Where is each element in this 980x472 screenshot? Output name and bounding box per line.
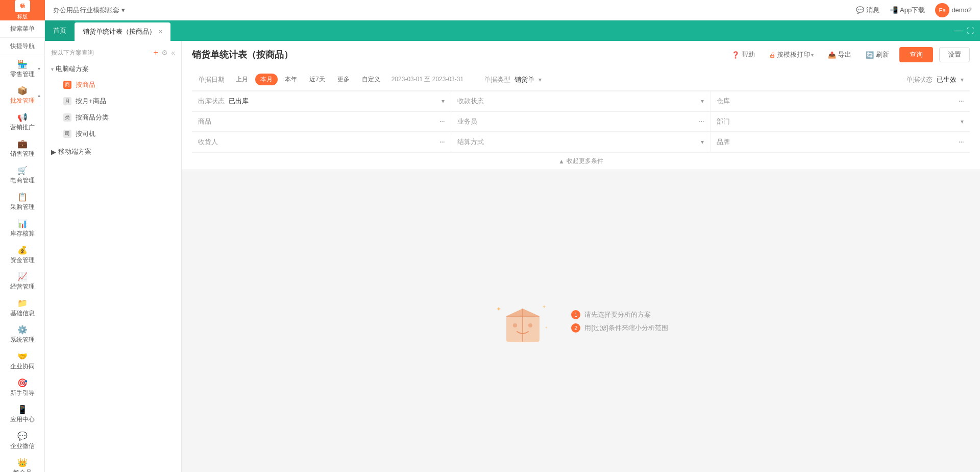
print-button[interactable]: 🖨 按模板打印 ▾	[765, 48, 818, 61]
scheme-month-product-icon: 月	[63, 97, 71, 105]
window-maximize-button[interactable]: ⛶	[967, 27, 974, 35]
pay-status-dropdown[interactable]: ▾	[701, 98, 704, 105]
settings-button[interactable]: 设置	[939, 47, 970, 62]
export-button[interactable]: 📤 导出	[824, 48, 855, 61]
avatar: Ea	[935, 3, 949, 17]
ecommerce-icon: 🛒	[17, 167, 28, 175]
help-button[interactable]: ❓ 帮助	[727, 48, 759, 61]
brand-label: 品牌	[717, 137, 742, 147]
out-status-label: 出库状态	[198, 97, 225, 106]
brand-picker[interactable]: ···	[959, 137, 964, 147]
panel-title-actions: + ⚙ «	[154, 48, 175, 57]
panel-collapse-button[interactable]: «	[171, 49, 175, 57]
wechat-icon: 💬	[17, 432, 28, 440]
sidebar-item-appcenter[interactable]: 📱 应用中心	[0, 400, 44, 427]
out-status-dropdown[interactable]: ▾	[442, 98, 445, 105]
finance-icon: 💰	[17, 246, 28, 254]
sidebar-label-system: 系统管理	[10, 336, 35, 344]
sidebar-item-wholesale[interactable]: 📦 批发管理 ▴	[0, 82, 44, 108]
date-tab-this-month[interactable]: 本月	[255, 74, 278, 85]
sidebar-item-retail[interactable]: 🏪 零售管理 ▾	[0, 55, 44, 82]
window-minimize-button[interactable]: —	[954, 26, 963, 35]
pc-group-header[interactable]: ▾ 电脑端方案	[51, 61, 175, 77]
sidebar-label-marketing: 营销推广	[10, 123, 35, 132]
type-value: 销货单	[514, 75, 534, 84]
sidebar-item-member[interactable]: 👑 畅会员	[0, 454, 44, 472]
sidebar-item-enterprise[interactable]: 🤝 企业协同	[0, 347, 44, 374]
panel-add-button[interactable]: +	[154, 48, 158, 57]
scheme-by-category[interactable]: 类 按商品分类	[51, 109, 175, 126]
sidebar-item-basic[interactable]: 📁 基础信息	[0, 294, 44, 321]
refresh-button[interactable]: 🔄 刷新	[862, 48, 893, 61]
empty-tip-1: 1 请先选择要分析的方案	[571, 310, 668, 319]
print-dropdown-arrow[interactable]: ▾	[811, 52, 814, 58]
quick-nav-label: 快捷导航	[10, 42, 35, 50]
receiver-picker[interactable]: ···	[439, 137, 445, 147]
panel-settings-button[interactable]: ⚙	[161, 49, 168, 57]
export-icon: 📤	[828, 51, 836, 59]
sidebar-item-newbie[interactable]: 🎯 新手引导	[0, 374, 44, 400]
message-action[interactable]: 💬 消息	[856, 6, 879, 15]
app-download-action[interactable]: 📲 App下载	[890, 6, 925, 15]
tab-close-button[interactable]: ×	[159, 28, 162, 35]
scheme-by-driver[interactable]: 司 按司机	[51, 126, 175, 142]
tab-home[interactable]: 首页	[45, 20, 75, 41]
sidebar-item-ecommerce[interactable]: 🛒 电商管理	[0, 161, 44, 188]
filter-cell-out-status: 出库状态 已出库 ▾	[192, 91, 451, 111]
sidebar-item-sales[interactable]: 💼 销售管理	[0, 135, 44, 161]
out-status-value: 已出库	[229, 97, 442, 106]
date-tab-custom[interactable]: 自定义	[357, 74, 385, 85]
collapse-up-icon: ▲	[558, 158, 565, 165]
wholesale-icon: 📦	[17, 87, 28, 95]
date-tab-more[interactable]: 更多	[332, 74, 355, 85]
pc-group-arrow: ▾	[51, 66, 54, 72]
staff-picker[interactable]: ···	[699, 117, 704, 126]
marketing-icon: 📢	[17, 113, 28, 122]
product-picker[interactable]: ···	[439, 117, 445, 126]
pc-group-label: 电脑端方案	[56, 64, 89, 74]
svg-text:✦: ✦	[542, 304, 546, 310]
sidebar-item-operation[interactable]: 📈 经营管理	[0, 268, 44, 294]
search-menu[interactable]: 搜索菜单	[0, 20, 44, 38]
date-tab-this-year[interactable]: 本年	[280, 74, 302, 85]
tab-active[interactable]: 销货单统计表（按商品） ×	[75, 22, 170, 41]
empty-tip-2: 2 用[过滤]条件来缩小分析范围	[571, 323, 668, 333]
newbie-icon: 🎯	[17, 379, 28, 387]
enterprise-icon: 🤝	[17, 352, 28, 361]
scheme-by-product[interactable]: 商 按商品	[51, 77, 175, 93]
sidebar-item-system[interactable]: ⚙️ 系统管理	[0, 321, 44, 347]
mobile-group-label: 移动端方案	[58, 147, 91, 156]
left-panel: 按以下方案查询 + ⚙ « ▾ 电脑端方案 商 按商品 月 按	[45, 41, 182, 472]
sidebar-item-finance[interactable]: 💰 资金管理	[0, 241, 44, 268]
industry-selector[interactable]: 办公用品行业模拟账套 ▾	[53, 6, 125, 15]
query-button[interactable]: 查询	[899, 47, 933, 62]
filter-area: 销货单统计表（按商品） ❓ 帮助 🖨 按模板打印 ▾ 📤	[182, 41, 980, 170]
product-label: 商品	[198, 117, 224, 126]
date-tab-last-month[interactable]: 上月	[231, 74, 253, 85]
sidebar-label-newbie: 新手引导	[10, 389, 35, 397]
warehouse-picker[interactable]: ···	[959, 97, 964, 106]
status-dropdown-arrow[interactable]: ▾	[961, 76, 964, 83]
user-action[interactable]: Ea demo2	[935, 3, 972, 17]
sidebar-item-wechat[interactable]: 💬 企业微信	[0, 427, 44, 454]
dept-dropdown[interactable]: ▾	[961, 118, 964, 125]
top-header: 办公用品行业模拟账套 ▾ 💬 消息 📲 App下载 Ea demo2	[45, 0, 980, 20]
payment-dropdown[interactable]: ▾	[701, 138, 704, 146]
collapse-bar[interactable]: ▲ 收起更多条件	[192, 152, 970, 170]
status-value: 已生效	[937, 75, 957, 84]
inventory-icon: 📊	[17, 220, 28, 228]
mobile-group-arrow: ▶	[51, 148, 56, 156]
scheme-by-month-product[interactable]: 月 按月+商品	[51, 93, 175, 109]
collapse-label: 收起更多条件	[567, 157, 603, 166]
date-tab-7days[interactable]: 近7天	[304, 74, 330, 85]
sidebar-item-inventory[interactable]: 📊 库存核算	[0, 215, 44, 241]
app-download-icon: 📲	[890, 6, 898, 14]
quick-nav[interactable]: 快捷导航	[0, 38, 44, 55]
type-dropdown-arrow[interactable]: ▾	[538, 76, 542, 83]
sidebar-item-marketing[interactable]: 📢 营销推广	[0, 108, 44, 135]
sidebar: 畅 标版 搜索菜单 快捷导航 🏪 零售管理 ▾ 📦 批发管理 ▴ 📢 营销推广 …	[0, 0, 45, 472]
sidebar-item-purchase[interactable]: 📋 采购管理	[0, 188, 44, 215]
content-area: 按以下方案查询 + ⚙ « ▾ 电脑端方案 商 按商品 月 按	[45, 41, 980, 472]
mobile-group-header[interactable]: ▶ 移动端方案	[51, 144, 175, 159]
receiver-label: 收货人	[198, 137, 224, 147]
